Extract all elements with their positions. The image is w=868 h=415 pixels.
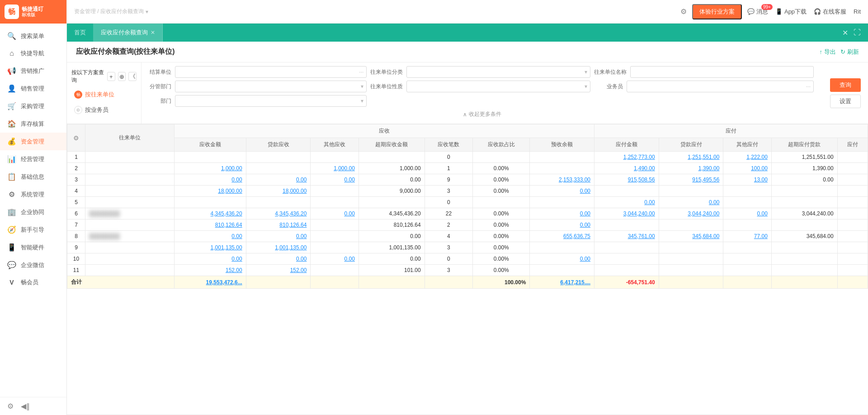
breadcrumb-dropdown[interactable]: ▾ bbox=[146, 9, 148, 15]
ar-prepay[interactable] bbox=[530, 163, 594, 174]
ar-amount[interactable] bbox=[174, 197, 246, 208]
ap-other[interactable]: 100.00 bbox=[723, 163, 772, 174]
sidebar-item-purchase[interactable]: 🛒 采购管理 bbox=[0, 97, 66, 115]
ar-loan[interactable]: 0.00 bbox=[246, 231, 311, 242]
ar-loan[interactable]: 152.00 bbox=[246, 265, 311, 276]
sidebar-item-vip[interactable]: V 畅会员 bbox=[0, 274, 66, 291]
ap-other[interactable]: 1,222.00 bbox=[723, 152, 772, 163]
ar-prepay[interactable]: 0.00 bbox=[530, 208, 594, 219]
refresh-button[interactable]: ↻ 刷新 bbox=[840, 48, 859, 56]
ar-other[interactable]: 0.00 bbox=[311, 174, 359, 186]
collapse-query-button[interactable]: 《 bbox=[128, 72, 137, 81]
sidebar-item-hardware[interactable]: 📱 智能硬件 bbox=[0, 239, 66, 256]
tab-balance[interactable]: 应收应付余额查询 ✕ bbox=[94, 24, 163, 42]
sidebar-item-basic[interactable]: 📋 基础信息 bbox=[0, 168, 66, 186]
ar-amount[interactable]: 152.00 bbox=[174, 265, 246, 276]
ar-other[interactable] bbox=[311, 231, 359, 242]
query-by-staff[interactable]: ⊙ 按业务员 bbox=[67, 102, 141, 118]
ap-amount[interactable] bbox=[594, 265, 659, 276]
salesman-input[interactable]: ··· bbox=[627, 81, 814, 92]
partner-name-input[interactable] bbox=[630, 66, 814, 78]
sidebar-item-wechat[interactable]: 💬 企业微信 bbox=[0, 256, 66, 274]
ar-other[interactable] bbox=[311, 197, 359, 208]
ap-loan[interactable]: 1,390.00 bbox=[659, 163, 723, 174]
ap-other[interactable]: 13.00 bbox=[723, 174, 772, 186]
ar-loan[interactable]: 18,000.00 bbox=[246, 186, 311, 197]
ap-amount[interactable]: 0.00 bbox=[594, 197, 659, 208]
sidebar-item-system[interactable]: ⚙ 系统管理 bbox=[0, 186, 66, 203]
ap-other[interactable] bbox=[723, 265, 772, 276]
ar-amount[interactable] bbox=[174, 152, 246, 163]
ap-loan[interactable] bbox=[659, 242, 723, 253]
topbar-gear-icon[interactable]: ⚙ bbox=[680, 7, 687, 16]
ap-loan[interactable] bbox=[659, 265, 723, 276]
settings-button[interactable]: 设置 bbox=[830, 95, 861, 108]
ar-other[interactable] bbox=[311, 186, 359, 197]
ar-amount[interactable]: 4,345,436.20 bbox=[174, 208, 246, 219]
add-query-button[interactable]: + bbox=[107, 72, 115, 81]
sidebar-item-inventory[interactable]: 🏠 库存核算 bbox=[0, 115, 66, 133]
ar-loan[interactable] bbox=[246, 163, 311, 174]
query-button[interactable]: 查询 bbox=[830, 78, 861, 92]
ap-amount[interactable] bbox=[594, 253, 659, 265]
branch-dept-input[interactable]: ▾ bbox=[175, 81, 367, 92]
ar-loan[interactable]: 1,001,135.00 bbox=[246, 242, 311, 253]
ap-loan[interactable] bbox=[659, 253, 723, 265]
ap-amount[interactable]: 3,044,240.00 bbox=[594, 208, 659, 219]
topbar-message-button[interactable]: 💬 消息 99+ bbox=[747, 8, 768, 16]
sidebar-item-nav[interactable]: ⌂ 快捷导航 bbox=[0, 45, 66, 62]
ar-prepay[interactable] bbox=[530, 265, 594, 276]
ap-other[interactable] bbox=[723, 186, 772, 197]
ap-loan[interactable]: 0.00 bbox=[659, 197, 723, 208]
ar-other[interactable] bbox=[311, 219, 359, 231]
ar-loan[interactable]: 4,345,436.20 bbox=[246, 208, 311, 219]
sidebar-item-marketing[interactable]: 📢 营销推广 bbox=[0, 62, 66, 80]
topbar-online-service[interactable]: 🎧 在线客服 bbox=[814, 8, 846, 16]
topbar-app-download[interactable]: 📱 App下载 bbox=[775, 8, 807, 16]
ap-amount[interactable] bbox=[594, 219, 659, 231]
ar-other[interactable] bbox=[311, 242, 359, 253]
ar-loan[interactable] bbox=[246, 152, 311, 163]
ar-amount[interactable]: 810,126.64 bbox=[174, 219, 246, 231]
ar-other[interactable]: 0.00 bbox=[311, 253, 359, 265]
sidebar-item-business[interactable]: 📊 经营管理 bbox=[0, 150, 66, 168]
partner-category-input[interactable]: ▾ bbox=[406, 66, 590, 78]
ar-prepay[interactable] bbox=[530, 152, 594, 163]
ar-loan[interactable]: 0.00 bbox=[246, 174, 311, 186]
ar-prepay[interactable] bbox=[530, 197, 594, 208]
table-settings-icon[interactable]: ⚙ bbox=[73, 134, 79, 142]
ar-prepay[interactable] bbox=[530, 242, 594, 253]
close-window-icon[interactable]: ✕ bbox=[842, 29, 848, 37]
tab-close-icon[interactable]: ✕ bbox=[151, 29, 155, 36]
ar-loan[interactable] bbox=[246, 197, 311, 208]
sidebar-item-guide[interactable]: 🧭 新手引导 bbox=[0, 221, 66, 239]
ap-other[interactable] bbox=[723, 219, 772, 231]
tab-home[interactable]: 首页 bbox=[67, 24, 94, 42]
ap-amount[interactable]: 915,508.56 bbox=[594, 174, 659, 186]
ap-other[interactable]: 0.00 bbox=[723, 208, 772, 219]
ar-other[interactable] bbox=[311, 152, 359, 163]
ar-prepay[interactable]: 655,636.75 bbox=[530, 231, 594, 242]
settings-icon[interactable]: ⚙ bbox=[7, 402, 14, 410]
ap-other[interactable] bbox=[723, 253, 772, 265]
ar-loan[interactable]: 0.00 bbox=[246, 253, 311, 265]
footer-ar-total[interactable]: 19,553,472,6... bbox=[174, 276, 246, 289]
partner-nature-input[interactable]: ▾ bbox=[406, 81, 590, 92]
ap-loan[interactable] bbox=[659, 186, 723, 197]
ap-loan[interactable]: 3,044,240.00 bbox=[659, 208, 723, 219]
ar-loan[interactable]: 810,126.64 bbox=[246, 219, 311, 231]
sidebar-item-sales[interactable]: 👤 销售管理 bbox=[0, 80, 66, 97]
ar-prepay[interactable]: 2,153,333.00 bbox=[530, 174, 594, 186]
ap-other[interactable]: 77.00 bbox=[723, 231, 772, 242]
ar-prepay[interactable]: 0.00 bbox=[530, 186, 594, 197]
ar-amount[interactable]: 1,000.00 bbox=[174, 163, 246, 174]
collapse-more[interactable]: ∧ 收起更多条件 bbox=[147, 109, 817, 120]
promo-button[interactable]: 体验行业方案 bbox=[692, 4, 742, 19]
dept-input[interactable]: ▾ bbox=[175, 95, 367, 107]
ar-other[interactable]: 0.00 bbox=[311, 208, 359, 219]
ar-other[interactable] bbox=[311, 265, 359, 276]
ap-loan[interactable]: 1,251,551.00 bbox=[659, 152, 723, 163]
ar-prepay[interactable]: 0.00 bbox=[530, 219, 594, 231]
ap-amount[interactable] bbox=[594, 186, 659, 197]
ar-amount[interactable]: 0.00 bbox=[174, 231, 246, 242]
